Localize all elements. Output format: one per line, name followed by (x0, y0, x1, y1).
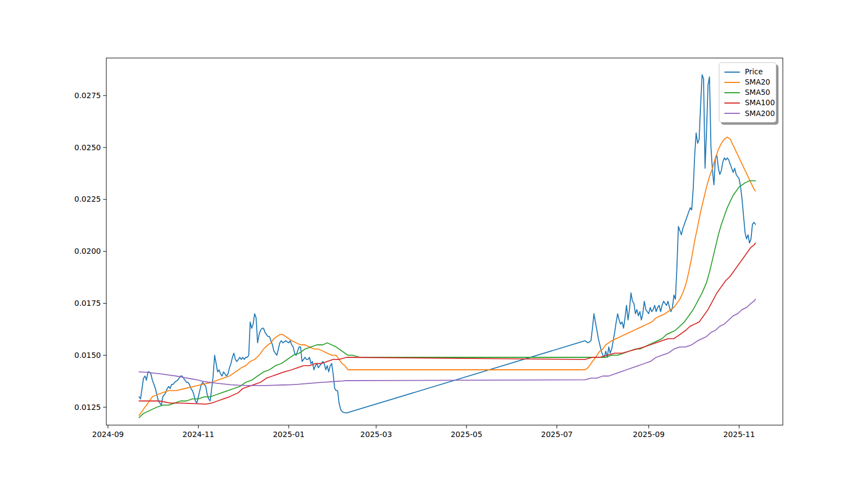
y-tick-label: 0.0250 (74, 143, 101, 152)
legend-line-sample-sma100 (724, 102, 740, 104)
legend-line-sample-price (724, 72, 740, 73)
y-tick-label: 0.0150 (74, 351, 101, 359)
legend-line-sample-sma20 (724, 82, 740, 83)
x-tick-label: 2024-09 (92, 430, 124, 439)
y-tick-label: 0.0175 (74, 299, 101, 307)
legend-label-sma20: SMA20 (745, 79, 770, 86)
x-tick-label: 2025-03 (360, 430, 392, 439)
legend-label-sma200: SMA200 (745, 110, 775, 118)
legend-label-sma50: SMA50 (745, 89, 770, 97)
legend-item-sma100: SMA100 (724, 98, 773, 108)
legend-line-sample-sma200 (724, 113, 740, 114)
legend-label-price: Price (745, 68, 763, 76)
x-tick-label: 2025-09 (633, 430, 665, 439)
y-tick-label: 0.0225 (74, 195, 101, 203)
series-line-price (139, 75, 755, 413)
x-tick-label: 2024-11 (182, 430, 214, 439)
legend: PriceSMA20SMA50SMA100SMA200 (719, 62, 776, 123)
legend-item-sma20: SMA20 (724, 77, 773, 87)
y-tick-label: 0.0200 (74, 247, 101, 255)
legend-label-sma100: SMA100 (745, 99, 775, 107)
y-tick-label: 0.0125 (74, 403, 101, 412)
x-tick-label: 2025-07 (541, 430, 573, 439)
x-tick-label: 2025-05 (451, 430, 483, 439)
legend-item-sma200: SMA200 (724, 108, 773, 119)
chart-figure: 2024-092024-112025-012025-032025-052025-… (0, 0, 868, 488)
legend-item-price: Price (724, 67, 773, 77)
x-tick-label: 2025-01 (273, 430, 305, 439)
legend-line-sample-sma50 (724, 92, 740, 93)
legend-item-sma50: SMA50 (724, 87, 773, 98)
series-line-sma20 (139, 137, 755, 416)
x-tick-label: 2025-11 (723, 430, 755, 439)
series-line-sma200 (139, 299, 755, 386)
y-tick-label: 0.0275 (74, 91, 101, 100)
